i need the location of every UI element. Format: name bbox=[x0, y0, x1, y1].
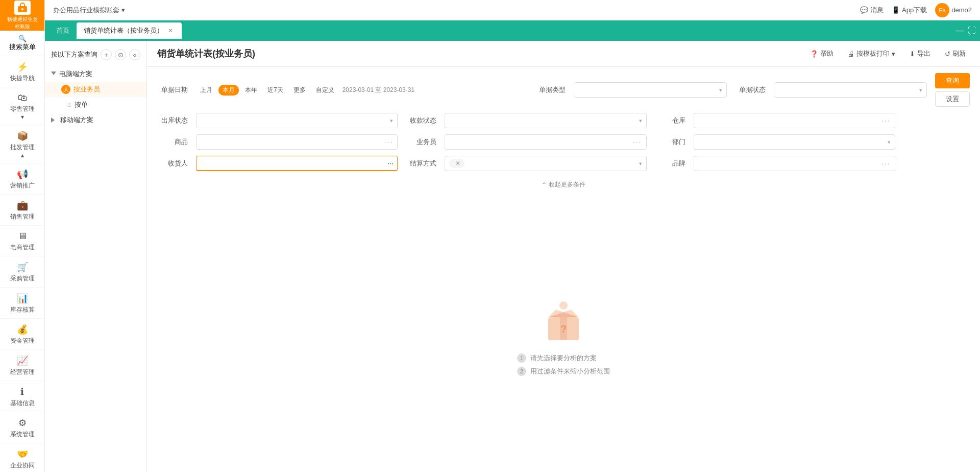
retail-management-item[interactable]: 🛍 零售管理 ▾ bbox=[0, 87, 44, 125]
out-status-chevron: ▾ bbox=[390, 117, 393, 124]
operations-item[interactable]: 📈 经营管理 bbox=[0, 350, 44, 381]
tabs-bar: 首页 销货单统计表（按业务员） ✕ — ⛶ bbox=[45, 20, 980, 41]
last-month-tab[interactable]: 上月 bbox=[196, 85, 216, 96]
enterprise-collab-item[interactable]: 🤝 企业协同 bbox=[0, 443, 44, 472]
app-download-button[interactable]: 📱 App下载 bbox=[892, 6, 927, 15]
payment-clear-button[interactable]: ✕ bbox=[455, 160, 460, 167]
brand-tagline: 标账版 bbox=[15, 23, 30, 30]
finance-item[interactable]: 💰 资金管理 bbox=[0, 319, 44, 350]
last-7days-tab[interactable]: 近7天 bbox=[263, 85, 287, 96]
out-status-label: 出库状态 bbox=[157, 116, 188, 125]
tab-fullscreen-icon[interactable]: ⛶ bbox=[968, 26, 976, 35]
app-download-label: App下载 bbox=[902, 6, 927, 15]
salesperson-icon: 人 bbox=[61, 85, 70, 94]
right-panel: 销货单统计表(按业务员) ❓ 帮助 🖨 按模板打印 ▾ ⬇ bbox=[147, 41, 980, 472]
consignee-input[interactable]: ··· bbox=[196, 156, 398, 171]
app-name-dropdown[interactable]: 办公用品行业模拟账套 ▾ bbox=[53, 6, 125, 15]
payment-select[interactable]: ✕ ▾ bbox=[445, 156, 646, 171]
order-scheme-item[interactable]: ≡ 按单 bbox=[45, 97, 146, 112]
more-tab[interactable]: 更多 bbox=[289, 85, 310, 96]
search-menu-item[interactable]: 🔍 搜索菜单 bbox=[0, 31, 44, 56]
topbar-left: 办公用品行业模拟账套 ▾ bbox=[53, 6, 125, 15]
doc-type-select[interactable]: ▾ bbox=[574, 82, 727, 98]
mobile-scheme-label: 移动端方案 bbox=[60, 115, 93, 125]
settings-button[interactable]: 设置 bbox=[935, 91, 970, 107]
consignee-dots: ··· bbox=[387, 159, 393, 167]
collect-status-select[interactable]: ▾ bbox=[445, 113, 646, 128]
date-filter-label: 单据日期 bbox=[157, 85, 188, 95]
refresh-icon: ↺ bbox=[945, 50, 950, 58]
wholesale-icon: 📦 bbox=[17, 130, 28, 141]
desktop-scheme-parent[interactable]: 电脑端方案 bbox=[45, 66, 146, 82]
operations-label: 经营管理 bbox=[10, 368, 35, 376]
doc-status-select[interactable]: ▾ bbox=[774, 82, 927, 98]
avatar: Ea bbox=[935, 3, 949, 17]
ecommerce-item[interactable]: 🖥 电商管理 bbox=[0, 226, 44, 256]
query-button[interactable]: 查询 bbox=[935, 73, 970, 88]
finance-label: 资金管理 bbox=[10, 337, 35, 345]
inventory-item[interactable]: 📊 库存核算 bbox=[0, 288, 44, 319]
tab-home[interactable]: 首页 bbox=[49, 22, 77, 39]
wholesale-management-item[interactable]: 📦 批发管理 ▴ bbox=[0, 125, 44, 163]
user-profile[interactable]: Ea demo2 bbox=[935, 3, 972, 17]
page-title-row: 销货单统计表(按业务员) ❓ 帮助 🖨 按模板打印 ▾ ⬇ bbox=[157, 47, 970, 60]
out-status-select[interactable]: ▾ bbox=[196, 113, 398, 128]
doc-status-chevron: ▾ bbox=[919, 87, 922, 93]
salesperson-select[interactable]: ··· bbox=[445, 134, 646, 150]
purchase-item[interactable]: 🛒 采购管理 bbox=[0, 256, 44, 288]
doc-type-label: 单据类型 bbox=[535, 85, 566, 95]
brand-select[interactable]: ··· bbox=[694, 156, 895, 171]
page-title: 销货单统计表(按业务员) bbox=[157, 48, 255, 60]
wholesale-arrow: ▴ bbox=[21, 152, 24, 159]
retail-icon: 🛍 bbox=[18, 92, 27, 103]
tabs-controls: — ⛶ bbox=[955, 26, 976, 35]
mobile-scheme-parent[interactable]: 移动端方案 bbox=[45, 112, 146, 128]
basic-info-icon: ℹ bbox=[20, 386, 24, 397]
finance-icon: 💰 bbox=[17, 324, 28, 335]
department-select[interactable]: ▾ bbox=[694, 134, 895, 150]
this-month-tab[interactable]: 本月 bbox=[218, 85, 239, 96]
refresh-button[interactable]: ↺ 刷新 bbox=[941, 47, 970, 60]
collapsed-icon bbox=[51, 117, 57, 123]
system-item[interactable]: ⚙ 系统管理 bbox=[0, 412, 44, 443]
settings-scheme-button[interactable]: ⊙ bbox=[115, 49, 126, 60]
salesperson-scheme-item[interactable]: 人 按业务员 bbox=[45, 82, 146, 97]
goods-select[interactable]: ··· bbox=[196, 134, 398, 150]
tab-minimize-icon[interactable]: — bbox=[955, 26, 964, 35]
empty-icon: ? bbox=[538, 294, 589, 345]
marketing-label: 营销推广 bbox=[10, 181, 35, 190]
custom-tab[interactable]: 自定义 bbox=[312, 85, 338, 96]
add-scheme-button[interactable]: + bbox=[101, 49, 112, 60]
sales-management-item[interactable]: 💼 销售管理 bbox=[0, 195, 44, 226]
help-button[interactable]: ❓ 帮助 bbox=[806, 47, 838, 60]
operations-icon: 📈 bbox=[17, 355, 28, 366]
dropdown-arrow-icon: ▾ bbox=[121, 6, 125, 14]
export-button[interactable]: ⬇ 导出 bbox=[905, 47, 935, 60]
wholesale-label: 批发管理 bbox=[10, 143, 35, 152]
tab-close-icon[interactable]: ✕ bbox=[166, 27, 175, 35]
retail-label: 零售管理 bbox=[10, 105, 35, 113]
doc-type-chevron: ▾ bbox=[719, 87, 722, 93]
doc-status-label: 单据状态 bbox=[735, 85, 766, 95]
quick-nav-item[interactable]: ⚡ 快捷导航 bbox=[0, 56, 44, 87]
filter-row-2: 出库状态 ▾ 收款状态 ▾ 仓库 ··· bbox=[157, 113, 970, 128]
svg-point-1 bbox=[21, 8, 23, 10]
warehouse-select[interactable]: ··· bbox=[694, 113, 895, 128]
salesperson-dots: ··· bbox=[633, 138, 642, 146]
filter-row-4: 收货人 ··· 结算方式 ✕ ▾ 品牌 bbox=[157, 156, 970, 171]
collapse-button[interactable]: ⌃ 收起更多条件 bbox=[157, 177, 970, 192]
basic-info-label: 基础信息 bbox=[10, 399, 35, 408]
print-label: 按模板打印 bbox=[856, 49, 890, 58]
this-year-tab[interactable]: 本年 bbox=[241, 85, 261, 96]
enterprise-label: 企业协同 bbox=[10, 461, 35, 470]
marketing-item[interactable]: 📢 营销推广 bbox=[0, 163, 44, 195]
collapse-panel-button[interactable]: « bbox=[129, 49, 140, 60]
print-button[interactable]: 🖨 按模板打印 ▾ bbox=[844, 47, 899, 60]
basic-info-item[interactable]: ℹ 基础信息 bbox=[0, 381, 44, 412]
purchase-icon: 🛒 bbox=[17, 262, 28, 273]
message-icon: 💬 bbox=[860, 6, 868, 14]
tab-sales-stat[interactable]: 销货单统计表（按业务员） ✕ bbox=[77, 22, 182, 39]
message-button[interactable]: 💬 消息 bbox=[860, 6, 884, 15]
ecommerce-icon: 🖥 bbox=[18, 231, 27, 242]
date-filter-control: 上月 本月 本年 近7天 更多 自定义 2023-03-01 至 2023-03… bbox=[196, 85, 527, 96]
